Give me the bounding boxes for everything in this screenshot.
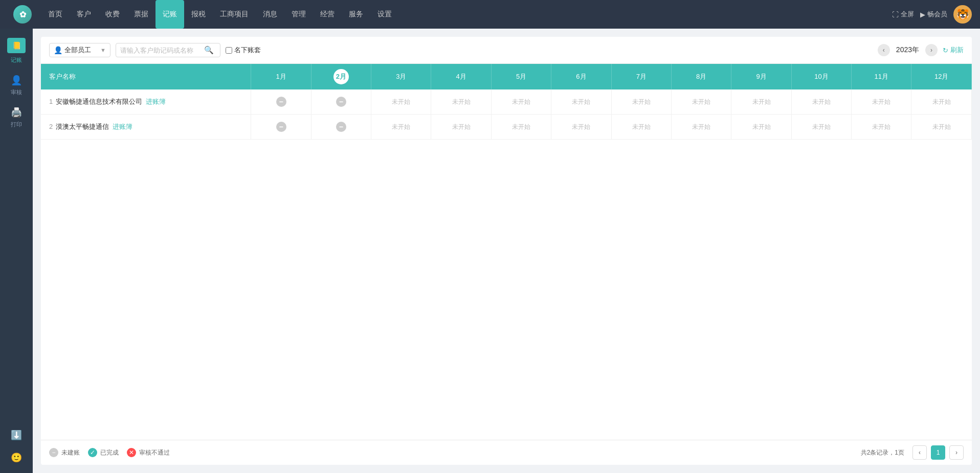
table-container: 客户名称1月2月3月4月5月6月7月8月9月10月11月12月 1安徽畅捷通信息… xyxy=(41,64,972,440)
cell-month-10: 未开始 xyxy=(791,89,851,115)
nav-item-设置[interactable]: 设置 xyxy=(370,0,399,29)
my-accounts-checkbox[interactable] xyxy=(226,47,232,54)
cell-month-12: 未开始 xyxy=(911,115,972,140)
cell-month-1[interactable]: − xyxy=(251,89,311,115)
sidebar-bottom-item[interactable]: ⬇️ xyxy=(10,424,23,446)
not-started-label: 未开始 xyxy=(692,98,710,105)
my-accounts-checkbox-label[interactable]: 名下账套 xyxy=(226,46,261,55)
not-started-label: 未开始 xyxy=(452,98,471,105)
col-header-month-9: 9月 xyxy=(731,64,791,89)
refresh-label: 刷新 xyxy=(950,46,964,55)
cell-month-1[interactable]: − xyxy=(251,115,311,140)
nav-item-经营[interactable]: 经营 xyxy=(313,0,342,29)
cell-month-2[interactable]: − xyxy=(311,89,371,115)
nav-item-管理[interactable]: 管理 xyxy=(284,0,313,29)
col-header-name: 客户名称 xyxy=(41,64,251,89)
legend-item-未建账: −未建账 xyxy=(49,448,80,457)
cell-month-8: 未开始 xyxy=(671,89,731,115)
member-label: 畅会员 xyxy=(927,10,947,19)
not-started-label: 未开始 xyxy=(452,123,471,130)
active-month-indicator: 2月 xyxy=(333,69,349,84)
not-started-label: 未开始 xyxy=(572,98,590,105)
col-header-month-11: 11月 xyxy=(852,64,911,89)
legend-item-已完成: ✓已完成 xyxy=(88,448,119,457)
nav-item-报税[interactable]: 报税 xyxy=(184,0,213,29)
cell-month-2[interactable]: − xyxy=(311,115,371,140)
prev-page-button[interactable]: ‹ xyxy=(912,445,927,460)
client-name: 漠澳太平畅捷通信 xyxy=(56,123,109,130)
cell-month-12: 未开始 xyxy=(911,89,972,115)
nav-item-服务[interactable]: 服务 xyxy=(342,0,370,29)
legend-dot-red: ✕ xyxy=(127,448,136,457)
user-avatar[interactable]: 🐯 xyxy=(953,5,972,24)
col-header-month-4: 4月 xyxy=(431,64,491,89)
search-button[interactable]: 🔍 xyxy=(202,46,216,55)
nav-item-收费[interactable]: 收费 xyxy=(98,0,127,29)
refresh-button[interactable]: ↻ 刷新 xyxy=(943,46,964,55)
cell-month-8: 未开始 xyxy=(671,115,731,140)
toolbar: 👤 全部员工 ▼ 🔍 名下账套 ‹ 2023年 › ↻ 刷新 xyxy=(41,37,972,64)
content-area: 👤 全部员工 ▼ 🔍 名下账套 ‹ 2023年 › ↻ 刷新 xyxy=(33,29,980,473)
main-layout: 📒记账👤审核🖨️打印 ⬇️🙂 👤 全部员工 ▼ 🔍 名下账套 ‹ 2023年 xyxy=(0,29,980,473)
sidebar: 📒记账👤审核🖨️打印 ⬇️🙂 xyxy=(0,29,33,473)
page-1-button[interactable]: 1 xyxy=(931,445,945,460)
legend-label: 审核不通过 xyxy=(139,448,170,457)
sidebar-bottom-item[interactable]: 🙂 xyxy=(10,446,23,469)
col-header-month-5: 5月 xyxy=(491,64,551,89)
next-year-button[interactable]: › xyxy=(925,44,938,56)
row-number: 1 xyxy=(49,98,53,105)
cell-month-5: 未开始 xyxy=(491,115,551,140)
col-header-month-12: 12月 xyxy=(911,64,972,89)
legend-label: 未建账 xyxy=(61,448,80,457)
cell-month-4: 未开始 xyxy=(431,115,491,140)
status-dash-icon: − xyxy=(276,122,286,132)
not-started-label: 未开始 xyxy=(812,98,831,105)
cell-month-3: 未开始 xyxy=(371,89,431,115)
not-started-label: 未开始 xyxy=(572,123,590,130)
cell-month-5: 未开始 xyxy=(491,89,551,115)
nav-item-首页[interactable]: 首页 xyxy=(41,0,70,29)
member-icon: ▶ xyxy=(920,11,925,18)
cell-name: 2漠澳太平畅捷通信 进账簿 xyxy=(41,115,251,140)
cell-month-10: 未开始 xyxy=(791,115,851,140)
employee-label: 全部员工 xyxy=(64,46,91,55)
fullscreen-btn[interactable]: ⛶ 全屏 xyxy=(892,10,914,19)
enter-ledger-link[interactable]: 进账簿 xyxy=(113,123,132,130)
not-started-label: 未开始 xyxy=(692,123,710,130)
client-name: 安徽畅捷通信息技术有限公司 xyxy=(56,98,142,105)
not-started-label: 未开始 xyxy=(932,98,951,105)
nav-item-工商项目[interactable]: 工商项目 xyxy=(213,0,256,29)
sidebar-label: 打印 xyxy=(11,121,22,128)
status-dash-icon: − xyxy=(336,97,346,107)
nav-item-票据[interactable]: 票据 xyxy=(127,0,155,29)
cell-month-7: 未开始 xyxy=(611,115,671,140)
nav-item-消息[interactable]: 消息 xyxy=(256,0,284,29)
not-started-label: 未开始 xyxy=(932,123,951,130)
col-header-month-2: 2月 xyxy=(311,64,371,89)
sidebar-item-打印[interactable]: 🖨️打印 xyxy=(7,101,26,133)
avatar-emoji: 🐯 xyxy=(956,8,969,20)
legend-dot-grey: − xyxy=(49,448,58,457)
employee-select[interactable]: 👤 全部员工 ▼ xyxy=(49,43,110,57)
footer: −未建账✓已完成✕审核不通过 共2条记录，1页 ‹ 1 › xyxy=(41,440,972,465)
next-page-button[interactable]: › xyxy=(949,445,964,460)
search-input[interactable] xyxy=(120,47,202,54)
member-btn[interactable]: ▶ 畅会员 xyxy=(920,10,947,19)
enter-ledger-link[interactable]: 进账簿 xyxy=(146,98,166,105)
nav-item-记账[interactable]: 记账 xyxy=(155,0,184,29)
sidebar-item-审核[interactable]: 👤审核 xyxy=(7,69,26,101)
cell-month-11: 未开始 xyxy=(852,89,911,115)
sidebar-item-记账[interactable]: 📒记账 xyxy=(7,33,26,69)
status-dash-icon: − xyxy=(276,97,286,107)
legend-item-审核不通过: ✕审核不通过 xyxy=(127,448,170,457)
cell-month-3: 未开始 xyxy=(371,115,431,140)
prev-year-button[interactable]: ‹ xyxy=(878,44,890,56)
col-header-month-8: 8月 xyxy=(671,64,731,89)
fullscreen-label: 全屏 xyxy=(901,10,914,19)
not-started-label: 未开始 xyxy=(512,123,530,130)
chevron-down-icon: ▼ xyxy=(100,47,106,53)
sidebar-label: 记账 xyxy=(11,56,22,64)
year-display: 2023年 xyxy=(896,46,919,55)
nav-item-客户[interactable]: 客户 xyxy=(70,0,98,29)
col-header-month-6: 6月 xyxy=(551,64,611,89)
